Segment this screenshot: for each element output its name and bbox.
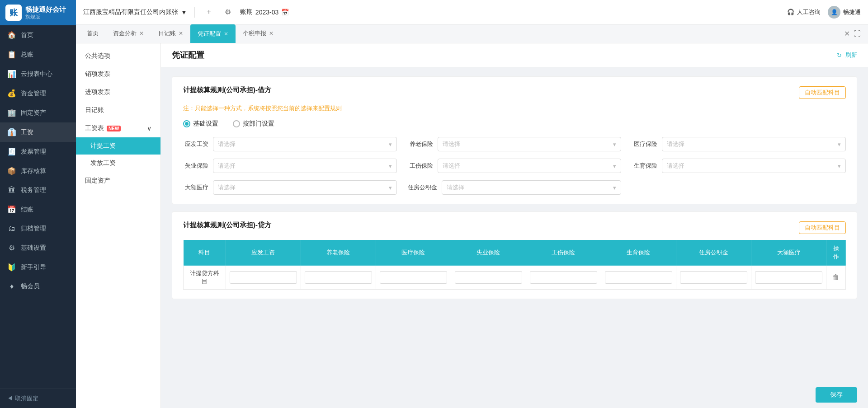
tab-fund-close[interactable]: ✕ xyxy=(139,30,144,37)
radio-dept[interactable]: 按部门设置 xyxy=(233,120,274,128)
input-housing[interactable] xyxy=(680,271,747,284)
refresh-button[interactable]: ↻ 刷新 xyxy=(837,51,857,59)
field-salary: 应发工资 请选择 ▾ xyxy=(183,137,397,151)
sub-nav-purchase[interactable]: 进项发票 xyxy=(76,83,160,101)
td-injury-input[interactable] xyxy=(526,266,601,290)
calendar-icon: 📅 xyxy=(281,9,289,16)
sidebar-item-guide[interactable]: 🔰 新手引导 xyxy=(0,258,76,277)
refresh-label: 刷新 xyxy=(845,51,857,59)
user-menu[interactable]: 👤 畅捷通 xyxy=(828,6,861,19)
sidebar-item-ledger[interactable]: 📋 总账 xyxy=(0,45,76,64)
input-unemployment[interactable] xyxy=(455,271,522,284)
salary-icon: 👔 xyxy=(7,128,16,136)
input-maternity[interactable] xyxy=(605,271,672,284)
sidebar-item-invoice[interactable]: 🧾 发票管理 xyxy=(0,142,76,161)
td-housing-input[interactable] xyxy=(676,266,751,290)
sidebar-item-reports[interactable]: 📊 云报表中心 xyxy=(0,64,76,84)
tab-home[interactable]: 首页 xyxy=(80,24,106,43)
settings-button[interactable]: ⚙ xyxy=(221,5,235,19)
tab-tax[interactable]: 个税申报 ✕ xyxy=(236,24,281,43)
home-icon: 🏠 xyxy=(7,31,16,39)
input-pension[interactable] xyxy=(305,271,372,284)
sidebar-item-inventory[interactable]: 📦 库存核算 xyxy=(0,161,76,181)
page-content: 公共选项 销项发票 进项发票 日记账 工资表 NEW ∨ 计提工资 xyxy=(76,43,868,408)
field-medical-label: 医疗保险 xyxy=(632,140,657,148)
company-selector[interactable]: 江西服宝精品有限责任公司内账张 ▼ xyxy=(83,8,187,16)
tab-fund[interactable]: 资金分析 ✕ xyxy=(106,24,151,43)
save-bar: 保存 xyxy=(161,382,868,408)
sub-nav-public[interactable]: 公共选项 xyxy=(76,47,160,65)
service-button[interactable]: 🎧 人工咨询 xyxy=(787,8,821,16)
radio-basic[interactable]: 基础设置 xyxy=(183,120,218,128)
sidebar-item-vip[interactable]: ♦ 畅会员 xyxy=(0,277,76,296)
tab-journal[interactable]: 日记账 ✕ xyxy=(151,24,190,43)
sub-nav-sales[interactable]: 销项发票 xyxy=(76,65,160,83)
sidebar-item-label: 归档管理 xyxy=(21,225,46,233)
field-injury-label: 工伤保险 xyxy=(408,162,433,170)
sidebar-item-label: 结账 xyxy=(21,206,33,214)
sidebar-item-label: 云报表中心 xyxy=(21,70,52,78)
th-large-medical: 大额医疗 xyxy=(751,240,826,266)
field-large-medical-label: 大额医疗 xyxy=(183,183,208,192)
sidebar-item-settings[interactable]: ⚙ 基础设置 xyxy=(0,238,76,258)
sidebar-unpin-button[interactable]: ◀ 取消固定 xyxy=(0,389,76,408)
dropdown-icon: ▾ xyxy=(389,184,392,191)
field-unemployment-label: 失业保险 xyxy=(183,162,208,170)
field-salary-select[interactable]: 请选择 ▾ xyxy=(213,137,397,151)
td-unemployment-input[interactable] xyxy=(451,266,526,290)
tab-journal-close[interactable]: ✕ xyxy=(179,30,183,37)
debit-auto-match-button[interactable]: 自动匹配科目 xyxy=(799,86,846,99)
sidebar-item-archive[interactable]: 🗂 归档管理 xyxy=(0,219,76,238)
sidebar-item-close[interactable]: 📅 结账 xyxy=(0,200,76,219)
field-pension-select[interactable]: 请选择 ▾ xyxy=(438,137,622,151)
sub-nav-accrual[interactable]: 计提工资 xyxy=(76,137,160,155)
sidebar-item-assets[interactable]: 🏢 固定资产 xyxy=(0,103,76,122)
td-medical-input[interactable] xyxy=(376,266,451,290)
save-button[interactable]: 保存 xyxy=(816,387,857,403)
dropdown-icon: ▾ xyxy=(613,163,616,169)
field-housing-fund-select[interactable]: 请选择 ▾ xyxy=(442,180,622,195)
td-large-medical-input[interactable] xyxy=(751,266,826,290)
field-injury-select[interactable]: 请选择 ▾ xyxy=(438,159,622,173)
sidebar-item-home[interactable]: 🏠 首页 xyxy=(0,25,76,45)
field-salary-placeholder: 请选择 xyxy=(218,140,236,148)
logo-icon: 账 xyxy=(5,5,22,21)
sub-nav-salary-table-group[interactable]: 工资表 NEW ∨ xyxy=(76,119,160,137)
sidebar-item-salary[interactable]: 👔 工资 xyxy=(0,122,76,142)
field-maternity-select[interactable]: 请选择 ▾ xyxy=(662,159,846,173)
input-salary[interactable] xyxy=(230,271,297,284)
sidebar-item-label: 畅会员 xyxy=(21,282,40,291)
window-close-icon[interactable]: ✕ xyxy=(844,29,850,38)
new-badge: NEW xyxy=(107,126,121,131)
sub-nav-pay[interactable]: 发放工资 xyxy=(76,155,160,172)
sub-nav-journal[interactable]: 日记账 xyxy=(76,101,160,119)
field-housing-fund-label: 住房公积金 xyxy=(408,183,437,192)
tab-tax-close[interactable]: ✕ xyxy=(269,30,274,37)
input-large-medical[interactable] xyxy=(755,271,822,284)
radio-dept-label: 按部门设置 xyxy=(243,120,274,128)
input-medical[interactable] xyxy=(380,271,447,284)
input-injury[interactable] xyxy=(530,271,597,284)
td-delete[interactable]: 🗑 xyxy=(826,266,846,290)
sub-nav-accrual-label: 计提工资 xyxy=(90,142,116,149)
debit-section-title: 计提核算规则(公司承担)-借方 xyxy=(183,86,271,94)
tab-voucher-close[interactable]: ✕ xyxy=(224,31,228,37)
add-button[interactable]: ＋ xyxy=(202,5,216,19)
tab-voucher[interactable]: 凭证配置 ✕ xyxy=(190,24,236,43)
sub-nav-salary-table-label-group: 工资表 NEW xyxy=(85,124,121,132)
td-pension-input[interactable] xyxy=(301,266,376,290)
sub-nav-fixed-assets[interactable]: 固定资产 xyxy=(76,172,160,190)
td-salary-input[interactable] xyxy=(226,266,301,290)
sidebar-item-fund[interactable]: 💰 资金管理 xyxy=(0,84,76,103)
window-maximize-icon[interactable]: ⛶ xyxy=(854,30,861,38)
field-medical-select[interactable]: 请选择 ▾ xyxy=(662,137,846,151)
delete-row-button[interactable]: 🗑 xyxy=(832,273,840,281)
company-name: 江西服宝精品有限责任公司内账张 xyxy=(83,8,178,16)
td-maternity-input[interactable] xyxy=(601,266,676,290)
field-unemployment-select[interactable]: 请选择 ▾ xyxy=(213,159,397,173)
credit-auto-match-button[interactable]: 自动匹配科目 xyxy=(799,221,846,234)
window-controls: ✕ ⛶ xyxy=(840,24,864,43)
sidebar-item-tax[interactable]: 🏛 税务管理 xyxy=(0,181,76,200)
field-large-medical-select[interactable]: 请选择 ▾ xyxy=(213,180,397,195)
sidebar-item-label: 税务管理 xyxy=(21,186,46,194)
